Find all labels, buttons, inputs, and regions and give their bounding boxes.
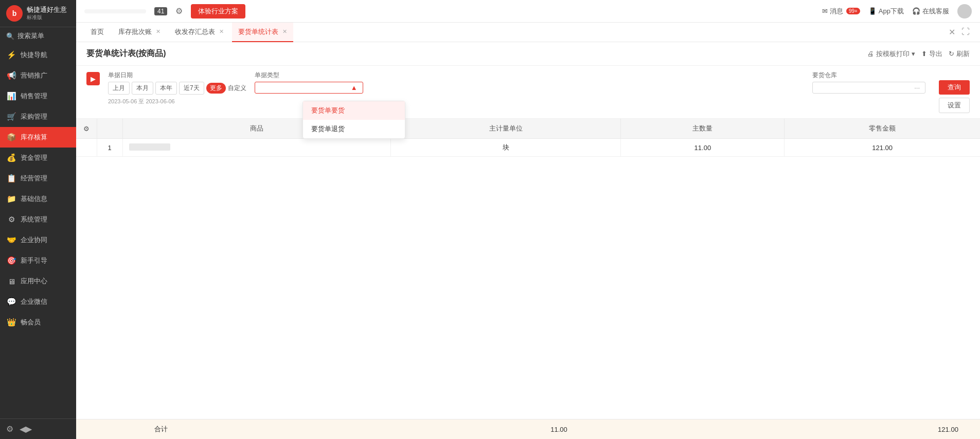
table-footer: 合计 11.00 121.00 [76, 419, 980, 439]
sidebar-nav: ⚡ 快捷导航 📢 营销推广 📊 销售管理 🛒 采购管理 📦 库存核算 💰 资金管… [0, 45, 76, 418]
app-center-icon: 🖥 [6, 276, 16, 286]
title-right-actions: 🖨 按模板打印 ▾ ⬆ 导出 ↻ 刷新 [867, 49, 970, 59]
trial-industry-button[interactable]: 体验行业方案 [191, 4, 245, 19]
message-icon: ✉ [822, 7, 828, 15]
query-button[interactable]: 查询 [939, 80, 970, 95]
sidebar: b 畅捷通好生意 标准版 🔍 搜索菜单 ⚡ 快捷导航 📢 营销推广 📊 销售管理… [0, 0, 76, 439]
tab-order-summary-close[interactable]: ✕ [282, 28, 287, 35]
export-action[interactable]: ⬆ 导出 [921, 49, 942, 59]
collapse-icon[interactable]: ◀▶ [20, 424, 32, 434]
guide-icon: 🎯 [6, 255, 16, 266]
more-dates-btn[interactable]: 更多 [206, 83, 226, 94]
logo-icon: b [6, 5, 23, 22]
refresh-action[interactable]: ↻ 刷新 [949, 49, 970, 59]
type-select-arrow-up: ▲ [351, 84, 358, 92]
type-dropdown: 要货单要货 要货单退货 [302, 101, 405, 139]
tabs-bar: 首页 库存批次账 ✕ 收发存汇总表 ✕ 要货单统计表 ✕ ✕ ⛶ [76, 23, 980, 42]
header-gear-icon[interactable]: ⚙ [175, 6, 183, 16]
logo-text: 畅捷通好生意 标准版 [27, 6, 67, 22]
expand-icon: ▶ [91, 75, 96, 83]
sidebar-search[interactable]: 🔍 搜索菜单 [0, 27, 76, 45]
this-month-btn[interactable]: 本月 [132, 82, 153, 95]
dropdown-item-order-goods[interactable]: 要货单要货 [303, 101, 405, 120]
col-settings[interactable]: ⚙ [76, 119, 97, 139]
page-title: 要货单统计表(按商品) [86, 48, 166, 59]
operation-icon: 📋 [6, 173, 16, 184]
page-title-bar: 要货单统计表(按商品) 🖨 按模板打印 ▾ ⬆ 导出 ↻ 刷新 [76, 42, 980, 66]
sidebar-bottom: ⚙ ◀▶ [0, 418, 76, 439]
app-icon: 📱 [868, 7, 877, 15]
warehouse-select-box[interactable]: ··· [812, 82, 925, 94]
sidebar-item-enterprise[interactable]: 🤝 企业协同 [0, 230, 76, 250]
search-icon: 🔍 [6, 32, 14, 40]
member-icon: 👑 [6, 317, 16, 327]
table-settings-icon[interactable]: ⚙ [83, 125, 90, 133]
this-year-btn[interactable]: 本年 [155, 82, 177, 95]
header-number-badge: 41 [154, 7, 167, 15]
tab-close-all-icon[interactable]: ✕ [947, 27, 957, 37]
warehouse-label: 要货仓库 [812, 71, 925, 80]
inventory-icon: 📦 [6, 132, 16, 142]
tab-expand-icon[interactable]: ⛶ [959, 27, 972, 37]
type-select-input[interactable] [260, 84, 347, 92]
date-filter-label: 单据日期 [108, 71, 246, 80]
tab-order-summary[interactable]: 要货单统计表 ✕ [232, 23, 293, 42]
print-action[interactable]: 🖨 按模板打印 ▾ [867, 49, 915, 59]
quick-nav-icon: ⚡ [6, 50, 16, 60]
wechat-icon: 💬 [6, 297, 16, 307]
finance-icon: 💰 [6, 153, 16, 163]
warehouse-filter-group: 要货仓库 ··· [812, 71, 925, 94]
tab-batch-account[interactable]: 库存批次账 ✕ [112, 23, 167, 42]
sidebar-item-sales[interactable]: 📊 销售管理 [0, 86, 76, 106]
sidebar-item-system[interactable]: ⚙ 系统管理 [0, 209, 76, 230]
filter-buttons: 查询 设置 [939, 80, 970, 113]
print-dropdown-icon: ▾ [912, 50, 915, 58]
marketing-icon: 📢 [6, 70, 16, 81]
settings-bottom-icon[interactable]: ⚙ [6, 424, 13, 434]
row-quantity: 11.00 [621, 139, 785, 157]
sidebar-item-purchase[interactable]: 🛒 采购管理 [0, 106, 76, 127]
tab-home[interactable]: 首页 [84, 23, 110, 42]
tab-receipt-summary[interactable]: 收发存汇总表 ✕ [169, 23, 230, 42]
message-badge: 99+ [846, 8, 860, 14]
type-select-box[interactable]: ▲ [255, 82, 363, 94]
sidebar-item-marketing[interactable]: 📢 营销推广 [0, 65, 76, 86]
product-placeholder [129, 143, 170, 151]
sidebar-item-operation[interactable]: 📋 经营管理 [0, 168, 76, 189]
col-amount: 零售金额 [785, 119, 980, 139]
app-download-item[interactable]: 📱 App下载 [868, 7, 904, 16]
last-7-days-btn[interactable]: 近7天 [179, 82, 204, 95]
date-filter-group: 单据日期 上月 本月 本年 近7天 更多 自定义 2023-05-06 至 20… [108, 71, 246, 105]
user-avatar[interactable] [957, 4, 972, 19]
filter-settings-button[interactable]: 设置 [939, 98, 970, 113]
sidebar-item-member[interactable]: 👑 畅会员 [0, 312, 76, 333]
last-month-btn[interactable]: 上月 [108, 82, 130, 95]
sales-icon: 📊 [6, 91, 16, 101]
page-content: 要货单统计表(按商品) 🖨 按模板打印 ▾ ⬆ 导出 ↻ 刷新 [76, 42, 980, 439]
filter-expand-button[interactable]: ▶ [86, 72, 100, 85]
date-custom-btn[interactable]: 自定义 [228, 84, 246, 93]
sidebar-item-app-center[interactable]: 🖥 应用中心 [0, 271, 76, 291]
refresh-icon: ↻ [949, 50, 954, 58]
sidebar-item-wechat[interactable]: 💬 企业微信 [0, 291, 76, 312]
row-index: 1 [97, 139, 122, 157]
sidebar-item-basic[interactable]: 📁 基础信息 [0, 189, 76, 209]
sidebar-item-quick-nav[interactable]: ⚡ 快捷导航 [0, 45, 76, 65]
tabs-right: ✕ ⛶ [947, 27, 972, 37]
footer-label: 合计 [82, 425, 195, 434]
dropdown-item-order-return[interactable]: 要货单退货 [303, 120, 405, 138]
footer-amount: 121.00 [922, 426, 974, 433]
top-header: 41 ⚙ 体验行业方案 ✉ 消息 99+ 📱 App下载 🎧 在线客服 [76, 0, 980, 23]
col-unit: 主计量单位 [391, 119, 621, 139]
table-container: ⚙ 商品 主计量单位 主数量 零售金额 1 [76, 119, 980, 419]
tab-batch-account-close[interactable]: ✕ [156, 28, 161, 35]
sidebar-item-finance[interactable]: 💰 资金管理 [0, 148, 76, 168]
date-range-buttons: 上月 本月 本年 近7天 更多 自定义 [108, 82, 246, 95]
message-item[interactable]: ✉ 消息 99+ [822, 7, 860, 16]
sidebar-item-inventory[interactable]: 📦 库存核算 [0, 127, 76, 148]
sidebar-item-guide[interactable]: 🎯 新手引导 [0, 250, 76, 271]
main-area: 41 ⚙ 体验行业方案 ✉ 消息 99+ 📱 App下载 🎧 在线客服 首页 [76, 0, 980, 439]
tab-receipt-summary-close[interactable]: ✕ [219, 28, 224, 35]
row-unit: 块 [391, 139, 621, 157]
online-service-item[interactable]: 🎧 在线客服 [912, 7, 949, 16]
